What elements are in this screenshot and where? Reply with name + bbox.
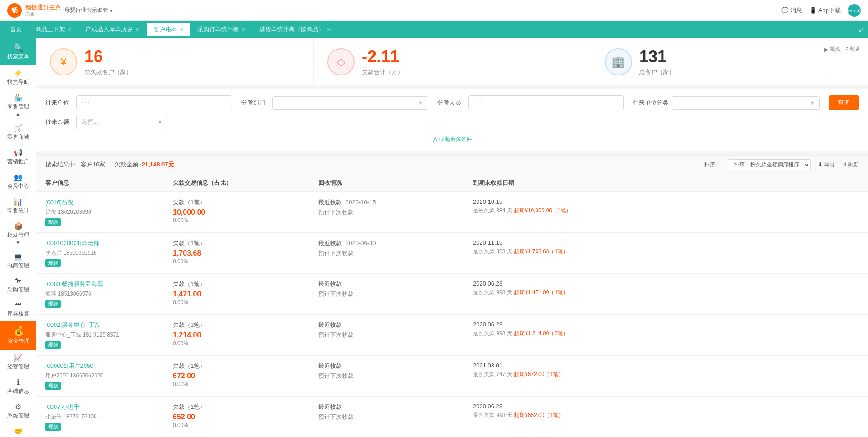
balance-arrow-icon: ▼ [157, 119, 162, 125]
debt-amount: 652.00 [173, 413, 318, 421]
filter-row-2: 往来余额 选择... ▼ [45, 115, 859, 129]
debt-amount: 1,471.00 [173, 290, 318, 298]
user-avatar-btn[interactable]: demo2 [848, 4, 861, 17]
debt-info: 欠款（1笔） 672.00 0.00% [173, 362, 318, 387]
from-unit-input[interactable]: ··· [76, 95, 232, 110]
tab-bar-actions: — ⤢ [848, 25, 864, 34]
refresh-btn[interactable]: ↺ 刷新 [842, 161, 859, 169]
sidebar-item-batch-mgmt[interactable]: 📦 批发管理 ▼ [0, 218, 36, 249]
customer-name[interactable]: [0016]吕俊 [45, 198, 173, 206]
stat-card-total: 🏢 131 总客户（家） ▶ 视频 ? 帮助 [591, 38, 868, 85]
sidebar-item-finance[interactable]: 💰 资金管理 [0, 321, 36, 350]
top-header: 畅 畅捷通好生意 示账 母婴行业演示账套 ▾ 💬 消息 📱 App下载 demo… [0, 0, 868, 21]
tab-minimize-btn[interactable]: — [848, 25, 855, 34]
collapse-up-icon: ⋀ [433, 136, 437, 143]
system-icon: ⚙ [15, 402, 21, 411]
filter-unit-type: 往来单位分类 ▼ [633, 96, 820, 110]
sidebar-item-inventory-check[interactable]: 🗃 库存核算 [0, 297, 36, 321]
table-row: [0003]畅捷服务尹海蕊 海燕 18513066976 现款 欠款（1笔） 1… [36, 274, 868, 315]
dept-input[interactable]: ▼ [272, 96, 428, 110]
tab-goods-close[interactable]: ✕ [68, 27, 72, 33]
customer-name[interactable]: [0007]小进千 [45, 403, 173, 411]
from-unit-label: 往来单位 [45, 99, 73, 107]
overdue-link[interactable]: 超期¥1,703.68（1笔） [514, 248, 568, 255]
debt-count: 欠款（1笔） [173, 280, 318, 288]
filter-person: 分管人员 ··· [437, 95, 624, 110]
customer-name[interactable]: [0002]服务中心_丁磊 [45, 321, 173, 329]
sidebar-item-marketing[interactable]: 📢 营销推广 [0, 145, 36, 169]
overdue-link[interactable]: 超期¥10,000.00（1笔） [514, 207, 572, 214]
overdue-link[interactable]: 超期¥1,214.00（3笔） [514, 330, 568, 337]
query-button[interactable]: 查询 [829, 95, 859, 110]
sidebar-item-basic-info[interactable]: ℹ 基础信息 [0, 374, 36, 399]
marketing-icon: 📢 [14, 148, 23, 157]
operation-icon: 📈 [14, 353, 23, 362]
message-btn[interactable]: 💬 消息 [781, 6, 802, 15]
sidebar-item-quick-nav[interactable]: ⚡ 快捷导航 [0, 65, 36, 90]
export-btn[interactable]: ⬇ 导出 [818, 161, 835, 169]
overdue-days: 最长欠款 998 天 超期¥1,471.00（1笔） [473, 289, 859, 296]
customer-name[interactable]: [0003]畅捷服务尹海蕊 [45, 280, 173, 288]
unit-type-arrow-icon: ▼ [810, 100, 815, 105]
logo-text: 畅捷通好生意 [25, 3, 61, 11]
tab-purchase[interactable]: 采购订单统计表 ✕ [191, 23, 252, 36]
customer-name[interactable]: [000002]用户2050 [45, 362, 173, 370]
main-layout: 🔍 搜索菜单 ⚡ 快捷导航 🏪 零售管理 ▲ 🛒 零售商城 📢 营销推广 👥 会… [0, 38, 868, 437]
nav-icon: ⚡ [14, 69, 23, 77]
tab-home[interactable]: 首页 [4, 23, 28, 36]
video-btn[interactable]: ▶ 视频 [824, 45, 841, 53]
app-download-btn[interactable]: 📱 App下载 [809, 6, 841, 15]
sidebar-item-member[interactable]: 👥 会员中心 [0, 169, 36, 194]
sidebar-item-retail-mgmt[interactable]: 🏪 零售管理 ▲ [0, 90, 36, 120]
overdue-link[interactable]: 超期¥672.00（1笔） [514, 371, 564, 377]
top-actions: 💬 消息 📱 App下载 demo2 [781, 4, 861, 17]
sidebar-search[interactable]: 🔍 搜索菜单 [0, 38, 36, 65]
sidebar-item-retail-stat[interactable]: 📊 零售统计 [0, 194, 36, 218]
recovery-last: 最近收款 [318, 321, 473, 329]
debt-info: 欠款（3笔） 1,214.00 0.00% [173, 321, 318, 347]
recovery-last: 最近收款 [318, 280, 473, 288]
table-body: [0016]吕俊 吕俊 13026203696 现款 欠款（1笔） 10,000… [36, 192, 868, 437]
tab-maximize-btn[interactable]: ⤢ [858, 25, 864, 34]
enterprise-coop-icon: 🤝 [14, 427, 23, 436]
tab-inventory-close[interactable]: ✕ [327, 27, 331, 33]
recovery-info: 最近收款 预计下次收款 [318, 321, 473, 339]
debt-info: 欠款（1笔） 1,471.00 0.00% [173, 280, 318, 306]
refresh-icon: ↺ [842, 161, 847, 168]
sidebar-item-enterprise-coop[interactable]: 🤝 企业协同 [0, 423, 36, 437]
collapse-row: ⋀ 收起更多条件 [45, 134, 859, 145]
tab-inventory[interactable]: 进货单统计表（按商品） ✕ [253, 23, 337, 36]
help-btn[interactable]: ? 帮助 [845, 45, 861, 53]
tab-customer[interactable]: 客户账本 ✕ [147, 23, 190, 36]
overdue-date: 2020.06.23 [473, 321, 859, 328]
customer-tag: 现款 [45, 259, 61, 267]
tab-purchase-close[interactable]: ✕ [241, 27, 246, 33]
tab-production[interactable]: 产成品入库单历史 ✕ [79, 23, 146, 36]
person-input[interactable]: ··· [468, 95, 624, 110]
sidebar-item-ecommerce[interactable]: 💻 电商管理 [0, 249, 36, 273]
tab-production-close[interactable]: ✕ [135, 27, 140, 33]
overdue-link[interactable]: 超期¥652.00（1笔） [514, 412, 564, 418]
debt-pct: 0.00% [173, 299, 318, 306]
company-selector[interactable]: 母婴行业演示账套 ▾ [65, 6, 113, 14]
sidebar-item-operation[interactable]: 📈 经营管理 [0, 350, 36, 374]
sort-select[interactable]: 排序：按欠款金额倒序排序 [728, 159, 811, 170]
sidebar-item-retail-mall[interactable]: 🛒 零售商城 [0, 120, 36, 145]
collapse-button[interactable]: ⋀ 收起更多条件 [433, 136, 472, 143]
finance-icon: 💰 [3, 326, 34, 336]
tab-customer-close[interactable]: ✕ [180, 27, 184, 33]
unit-type-input[interactable]: ▼ [672, 96, 820, 110]
balance-input[interactable]: 选择... ▼ [76, 115, 167, 129]
sidebar-item-purchase-mgmt[interactable]: 🛍 采购管理 [0, 273, 36, 297]
table-row: [0016]吕俊 吕俊 13026203696 现款 欠款（1笔） 10,000… [36, 192, 868, 233]
customer-name[interactable]: [0001020001]李老师 [45, 239, 173, 247]
customer-info: [000002]用户2050 用户2050 18665062050 现款 [45, 362, 173, 390]
main-content: ¥ 16 总欠款客户（家） ◇ -2.11 欠款合计（万） 🏢 131 总客户（… [36, 38, 868, 437]
sidebar-item-system[interactable]: ⚙ 系统管理 [0, 399, 36, 423]
logo-area: 畅 畅捷通好生意 示账 母婴行业演示账套 ▾ [7, 3, 113, 18]
overdue-link[interactable]: 超期¥1,471.00（1笔） [514, 289, 568, 296]
results-toolbar: 搜索结果中，客户16家 ， 欠款金额 -21,148.07元 排序： 排序：按欠… [36, 155, 868, 174]
toolbar-actions: 排序： 排序：按欠款金额倒序排序 ⬇ 导出 ↺ 刷新 [704, 159, 859, 170]
recovery-info: 最近收款 预计下次收款 [318, 362, 473, 380]
tab-goods[interactable]: 商品上下架 ✕ [29, 23, 78, 36]
